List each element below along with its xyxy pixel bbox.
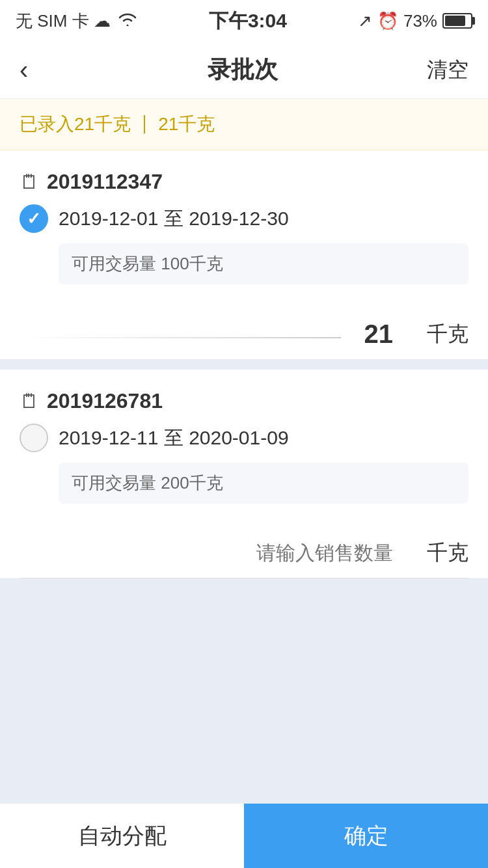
bottom-bar: 自动分配 确定 [0, 803, 488, 868]
batch-date-row-1[interactable]: 2019-12-01 至 2019-12-30 [20, 204, 468, 233]
status-left: 无 SIM 卡 ☁ [16, 10, 138, 33]
available-text-1: 可用交易量 100千克 [72, 254, 223, 273]
quantity-unit-1: 千克 [427, 320, 468, 349]
quantity-input-2[interactable] [20, 542, 393, 564]
location-icon: ↗ [358, 11, 372, 31]
summary-bar: 已录入21千克 21千克 [0, 99, 488, 150]
available-text-2: 可用交易量 200千克 [72, 473, 223, 493]
battery-icon [442, 13, 472, 29]
input-unit-2: 千克 [427, 539, 468, 567]
quantity-value-1[interactable]: 21 [364, 319, 394, 349]
quantity-line-1 [20, 337, 341, 338]
clear-button[interactable]: 清空 [427, 56, 468, 85]
batch-doc-icon-1: 🗒 [20, 171, 39, 193]
batch-id-2: 2019126781 [47, 389, 163, 413]
radio-btn-1[interactable] [20, 204, 48, 233]
batch-header-1: 🗒 2019112347 [20, 170, 468, 194]
nav-bar: ‹ 录批次 清空 [0, 42, 488, 99]
status-time: 下午3:04 [209, 8, 287, 34]
batch-card-1: 🗒 2019112347 2019-12-01 至 2019-12-30 可用交… [0, 150, 488, 304]
available-box-1: 可用交易量 100千克 [59, 243, 468, 284]
input-row-2: 千克 [0, 523, 488, 578]
confirm-button[interactable]: 确定 [244, 804, 488, 868]
batch-id-1: 2019112347 [47, 170, 163, 194]
alarm-icon: ⏰ [377, 11, 398, 31]
batch-header-2: 🗒 2019126781 [20, 389, 468, 413]
available-box-2: 可用交易量 200千克 [59, 463, 468, 504]
status-right: ↗ ⏰ 73% [358, 11, 472, 31]
batch-card-2: 🗒 2019126781 2019-12-11 至 2020-01-09 可用交… [0, 370, 488, 523]
batch-date-1: 2019-12-01 至 2019-12-30 [59, 206, 289, 232]
confirm-label: 确定 [344, 821, 388, 851]
sim-text: 无 SIM 卡 ☁ [16, 10, 111, 33]
back-button[interactable]: ‹ [20, 55, 59, 85]
section-divider [0, 359, 488, 370]
auto-distribute-label: 自动分配 [78, 821, 167, 851]
auto-distribute-button[interactable]: 自动分配 [0, 804, 244, 868]
wifi-icon [117, 11, 138, 31]
summary-value: 21千克 [158, 112, 215, 137]
quantity-row-1: 21 千克 [0, 304, 488, 359]
summary-divider [144, 115, 145, 133]
status-bar: 无 SIM 卡 ☁ 下午3:04 ↗ ⏰ 73% [0, 0, 488, 42]
battery-text: 73% [403, 11, 437, 31]
summary-label: 已录入21千克 [20, 112, 131, 137]
batch-doc-icon-2: 🗒 [20, 390, 39, 413]
batch-date-2: 2019-12-11 至 2020-01-09 [59, 425, 289, 452]
radio-btn-2[interactable] [20, 424, 48, 452]
batch-date-row-2[interactable]: 2019-12-11 至 2020-01-09 [20, 424, 468, 452]
page-title: 录批次 [208, 54, 278, 86]
